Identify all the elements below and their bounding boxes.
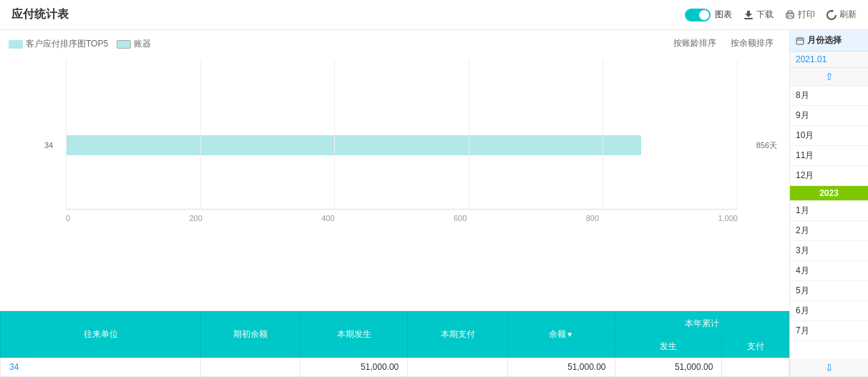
- sidebar-scroll[interactable]: 8月 9月 10月 11月 12月 2023 1月 2月 3月 4月 5月 6月…: [790, 86, 868, 359]
- col-header-fasheng: 本期发生: [301, 312, 408, 358]
- refresh-icon: [826, 10, 837, 20]
- page-title: 应付统计表: [11, 7, 69, 22]
- svg-point-4: [787, 14, 788, 14]
- left-panel: 客户应付排序图TOP5 账器 按账龄排序 按余额排序: [0, 30, 789, 377]
- col-header-zhifu: 本期支付: [408, 312, 507, 358]
- month-item-12[interactable]: 12月: [790, 166, 868, 186]
- table-header-row: 往来单位 期初余额 本期发生 本期支付 余额▼ 本年累计: [1, 312, 789, 336]
- col-header-yue: 余额▼: [507, 312, 615, 358]
- month-item-2[interactable]: 2月: [790, 221, 868, 241]
- header-actions: 图表 下载 打印: [685, 9, 857, 21]
- chart-label: 图表: [715, 9, 732, 21]
- print-button[interactable]: 打印: [785, 9, 815, 21]
- cell-nian-zhifu: [722, 358, 789, 377]
- month-item-4[interactable]: 4月: [790, 261, 868, 281]
- download-button[interactable]: 下载: [743, 9, 774, 21]
- year-label-2023[interactable]: 2023: [790, 186, 868, 201]
- cell-zhifu: [408, 358, 507, 377]
- col-header-nian-fasheng: 发生: [615, 336, 722, 358]
- cell-fasheng: 51,000.00: [301, 358, 408, 377]
- month-item-3[interactable]: 3月: [790, 241, 868, 261]
- svg-rect-0: [744, 18, 753, 19]
- chart-tabs: 按账龄排序 按余额排序: [666, 36, 781, 52]
- month-item-5[interactable]: 5月: [790, 281, 868, 301]
- month-item-1[interactable]: 1月: [790, 201, 868, 221]
- table-row: 34 51,000.00 51,000.00 51,000.00: [1, 358, 789, 377]
- calendar-icon: [796, 36, 804, 45]
- page-header: 应付统计表 图表 下载 打印: [0, 0, 868, 30]
- legend-label-2: 账器: [134, 38, 151, 50]
- grid-lines: [66, 59, 738, 210]
- table-area: 往来单位 期初余额 本期发生 本期支付 余额▼ 本年累计 发生 支付: [0, 310, 789, 377]
- cell-qichu: [201, 358, 301, 377]
- svg-rect-5: [796, 38, 804, 44]
- month-item-6[interactable]: 6月: [790, 301, 868, 321]
- print-icon: [785, 10, 795, 20]
- legend-color-2: [117, 40, 131, 49]
- sidebar-scroll-down[interactable]: ⇩: [790, 359, 868, 377]
- chart-toggle[interactable]: 图表: [685, 9, 732, 21]
- month-item-7[interactable]: 7月: [790, 321, 868, 341]
- month-list: 8月 9月 10月 11月 12月 2023 1月 2月 3月 4月 5月 6月…: [790, 86, 868, 341]
- legend-item-2: 账器: [117, 38, 151, 50]
- svg-rect-2: [788, 16, 792, 19]
- bar-end-label: 856天: [756, 140, 777, 151]
- table-wrapper: 往来单位 期初余额 本期发生 本期支付 余额▼ 本年累计 发生 支付: [0, 311, 789, 377]
- cell-nian-fasheng: 51,000.00: [615, 358, 722, 377]
- legend-color-1: [9, 40, 23, 49]
- chart-area: 客户应付排序图TOP5 账器 按账龄排序 按余额排序: [0, 30, 789, 310]
- col-header-unit: 往来单位: [1, 312, 201, 358]
- x-axis-labels: 0 200 400 600 800 1,000: [66, 214, 738, 222]
- col-header-nianlei: 本年累计: [615, 312, 789, 336]
- col-header-qichu: 期初余额: [201, 312, 301, 358]
- sidebar-current: 2021.01: [790, 52, 868, 68]
- tab-by-age[interactable]: 按账龄排序: [666, 36, 723, 52]
- col-header-nian-zhifu: 支付: [722, 336, 789, 358]
- data-table: 往来单位 期初余额 本期发生 本期支付 余额▼ 本年累计 发生 支付: [0, 311, 789, 377]
- legend-label-1: 客户应付排序图TOP5: [26, 38, 108, 50]
- cell-unit: 34: [1, 358, 201, 377]
- download-icon: [743, 10, 754, 20]
- sidebar-header: 月份选择: [790, 30, 868, 52]
- chart-header: 客户应付排序图TOP5 账器 按账龄排序 按余额排序: [9, 36, 781, 52]
- sidebar-scroll-up[interactable]: ⇧: [790, 68, 868, 86]
- refresh-button[interactable]: 刷新: [826, 9, 857, 21]
- toggle-switch[interactable]: [685, 9, 711, 21]
- month-item-8[interactable]: 8月: [790, 86, 868, 106]
- month-item-11[interactable]: 11月: [790, 146, 868, 166]
- month-item-9[interactable]: 9月: [790, 106, 868, 126]
- main-content: 客户应付排序图TOP5 账器 按账龄排序 按余额排序: [0, 30, 868, 377]
- legend-item-1: 客户应付排序图TOP5: [9, 38, 108, 50]
- chart-legend: 客户应付排序图TOP5 账器: [9, 38, 151, 50]
- bar-chart: 34 856天 0 200 400: [9, 59, 781, 231]
- tab-by-balance[interactable]: 按余额排序: [723, 36, 781, 52]
- sidebar-title: 月份选择: [807, 34, 842, 46]
- cell-yue: 51,000.00: [507, 358, 615, 377]
- right-sidebar: 月份选择 2021.01 ⇧ 8月 9月 10月 11月 12月 2023 1月…: [789, 30, 868, 377]
- month-item-10[interactable]: 10月: [790, 126, 868, 146]
- y-axis-label: 34: [44, 141, 53, 150]
